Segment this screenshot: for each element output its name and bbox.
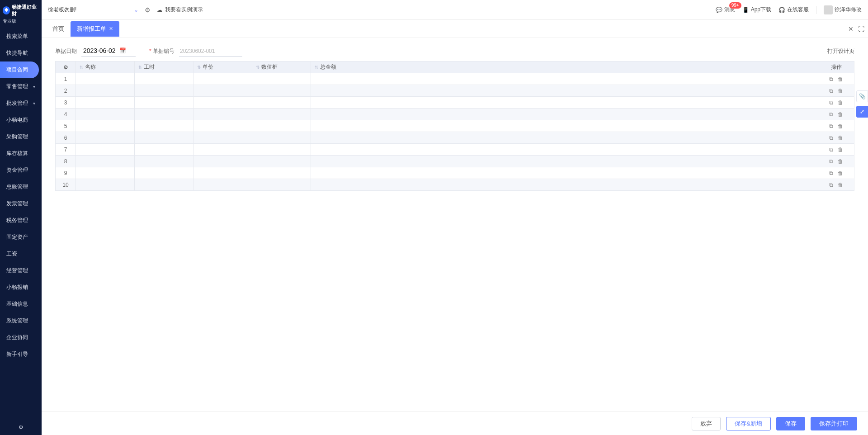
sidebar-item[interactable]: 固定资产 bbox=[0, 229, 42, 246]
date-input[interactable]: 2023-06-02 📅 bbox=[81, 46, 136, 57]
sidebar-item[interactable]: 小畅报销 bbox=[0, 279, 42, 296]
sidebar-item[interactable]: 小畅电商 bbox=[0, 112, 42, 128]
cell[interactable] bbox=[193, 179, 252, 191]
cell[interactable] bbox=[252, 120, 311, 132]
copy-row-icon[interactable]: ⧉ bbox=[829, 123, 833, 129]
cell[interactable] bbox=[252, 97, 311, 109]
close-icon[interactable]: ✕ bbox=[109, 26, 113, 32]
cell[interactable] bbox=[193, 97, 252, 109]
cell[interactable] bbox=[252, 132, 311, 144]
delete-row-icon[interactable]: 🗑 bbox=[838, 170, 843, 176]
cell[interactable] bbox=[311, 109, 818, 120]
cell[interactable] bbox=[311, 179, 818, 191]
cell[interactable] bbox=[311, 132, 818, 144]
sidebar-item[interactable]: 采购管理 bbox=[0, 128, 42, 145]
sidebar-item[interactable]: 零售管理▾ bbox=[0, 78, 42, 95]
cell[interactable] bbox=[311, 156, 818, 167]
sidebar-item[interactable]: 搜索菜单 bbox=[0, 28, 42, 45]
copy-row-icon[interactable]: ⧉ bbox=[829, 170, 833, 176]
cell[interactable] bbox=[76, 120, 135, 132]
cell[interactable] bbox=[252, 73, 311, 85]
copy-row-icon[interactable]: ⧉ bbox=[829, 147, 833, 153]
cell[interactable] bbox=[76, 109, 135, 120]
user-menu[interactable]: 徐泽华修改 bbox=[824, 5, 862, 14]
cell[interactable] bbox=[135, 120, 193, 132]
copy-row-icon[interactable]: ⧉ bbox=[829, 135, 833, 141]
cell[interactable] bbox=[76, 167, 135, 179]
delete-row-icon[interactable]: 🗑 bbox=[838, 123, 843, 129]
cell[interactable] bbox=[135, 144, 193, 156]
cell[interactable] bbox=[135, 167, 193, 179]
delete-row-icon[interactable]: 🗑 bbox=[838, 182, 843, 188]
delete-row-icon[interactable]: 🗑 bbox=[838, 135, 843, 141]
cell[interactable] bbox=[76, 179, 135, 191]
attachment-button[interactable]: 📎 bbox=[856, 90, 868, 102]
cell[interactable] bbox=[193, 109, 252, 120]
cell[interactable] bbox=[193, 120, 252, 132]
cell[interactable] bbox=[76, 97, 135, 109]
save-and-new-button[interactable]: 保存&新增 bbox=[726, 417, 771, 430]
cell[interactable] bbox=[252, 85, 311, 97]
cell[interactable] bbox=[252, 156, 311, 167]
sidebar-item[interactable]: 税务管理 bbox=[0, 212, 42, 229]
delete-row-icon[interactable]: 🗑 bbox=[838, 99, 843, 106]
fullscreen-icon[interactable]: ⛶ bbox=[858, 25, 864, 33]
save-button[interactable]: 保存 bbox=[776, 417, 805, 430]
delete-row-icon[interactable]: 🗑 bbox=[838, 158, 843, 165]
cell[interactable] bbox=[76, 156, 135, 167]
delete-row-icon[interactable]: 🗑 bbox=[838, 88, 843, 94]
demo-link[interactable]: ☁ 我要看实例演示 bbox=[157, 6, 203, 14]
cell[interactable] bbox=[311, 144, 818, 156]
cell[interactable] bbox=[252, 167, 311, 179]
col-total[interactable]: ⇅总金额 bbox=[311, 61, 818, 73]
cell[interactable] bbox=[311, 120, 818, 132]
cell[interactable] bbox=[135, 156, 193, 167]
sidebar-item[interactable]: 新手引导 bbox=[0, 346, 42, 363]
col-price[interactable]: ⇅单价 bbox=[193, 61, 252, 73]
col-number[interactable]: ⇅数值框 bbox=[252, 61, 311, 73]
messages-button[interactable]: 💬 消息 99+ bbox=[716, 6, 735, 14]
expand-button[interactable]: ⤢ bbox=[856, 106, 868, 118]
cell[interactable] bbox=[193, 85, 252, 97]
copy-row-icon[interactable]: ⧉ bbox=[829, 99, 833, 106]
org-selector[interactable]: 徐老板勿删! ⌄ bbox=[48, 6, 138, 14]
delete-row-icon[interactable]: 🗑 bbox=[838, 147, 843, 153]
copy-row-icon[interactable]: ⧉ bbox=[829, 158, 833, 165]
sidebar-item[interactable]: 快捷导航 bbox=[0, 45, 42, 61]
app-download-button[interactable]: 📱 App下载 bbox=[742, 6, 771, 14]
copy-row-icon[interactable]: ⧉ bbox=[829, 76, 833, 82]
cell[interactable] bbox=[135, 179, 193, 191]
col-hours[interactable]: ⇅工时 bbox=[135, 61, 193, 73]
cell[interactable] bbox=[135, 132, 193, 144]
cell[interactable] bbox=[252, 144, 311, 156]
cell[interactable] bbox=[311, 85, 818, 97]
cell[interactable] bbox=[135, 85, 193, 97]
save-and-print-button[interactable]: 保存并打印 bbox=[811, 417, 857, 430]
sidebar-item[interactable]: 企业协同 bbox=[0, 329, 42, 346]
sidebar-item[interactable]: 工资 bbox=[0, 246, 42, 262]
close-all-icon[interactable]: ✕ bbox=[848, 25, 854, 33]
sidebar-item[interactable]: 项目合同 bbox=[0, 61, 39, 78]
cell[interactable] bbox=[193, 156, 252, 167]
cell[interactable] bbox=[311, 73, 818, 85]
cell[interactable] bbox=[135, 97, 193, 109]
sidebar-item[interactable]: 库存核算 bbox=[0, 145, 42, 162]
sidebar-item[interactable]: 总账管理 bbox=[0, 179, 42, 195]
sidebar-item[interactable]: 基础信息 bbox=[0, 296, 42, 312]
cell[interactable] bbox=[76, 144, 135, 156]
customer-service-button[interactable]: 🎧 在线客服 bbox=[778, 6, 809, 14]
cell[interactable] bbox=[76, 85, 135, 97]
col-name[interactable]: ⇅名称 bbox=[76, 61, 135, 73]
cell[interactable] bbox=[135, 109, 193, 120]
sidebar-item[interactable]: 经营管理 bbox=[0, 262, 42, 279]
settings-icon[interactable]: ⚙ bbox=[145, 6, 151, 14]
copy-row-icon[interactable]: ⧉ bbox=[829, 111, 833, 118]
settings-column-header[interactable]: ⚙ bbox=[56, 61, 76, 73]
sidebar-item[interactable]: 批发管理▾ bbox=[0, 95, 42, 112]
cell[interactable] bbox=[193, 167, 252, 179]
calendar-icon[interactable]: 📅 bbox=[119, 47, 126, 54]
cell[interactable] bbox=[193, 132, 252, 144]
cell[interactable] bbox=[311, 167, 818, 179]
cell[interactable] bbox=[76, 73, 135, 85]
cell[interactable] bbox=[76, 132, 135, 144]
